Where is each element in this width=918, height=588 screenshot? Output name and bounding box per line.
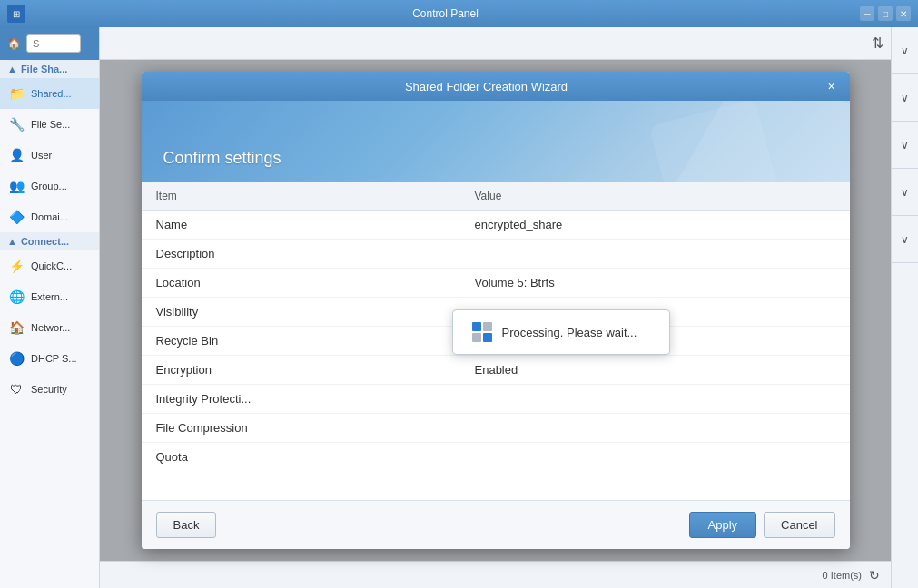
toolbar: ⇅ <box>100 27 891 60</box>
sidebar-item-dhcp[interactable]: 🔵 DHCP S... <box>0 343 99 374</box>
table-cell-item: Location <box>142 269 460 298</box>
external-icon: 🌐 <box>7 288 25 306</box>
expand-item-3[interactable]: ∨ <box>892 122 918 169</box>
column-header-item: Item <box>142 182 460 211</box>
sidebar-item-user[interactable]: 👤 User <box>0 140 99 171</box>
sidebar-item-label: Extern... <box>31 291 68 302</box>
collapse-icon: ▲ <box>7 64 17 74</box>
apply-button[interactable]: Apply <box>689 512 757 538</box>
modal-body: Item Value Nameencrypted_shareDescriptio… <box>142 182 850 500</box>
sidebar-item-label: Shared... <box>31 88 72 99</box>
processing-text: Processing. Please wait... <box>502 326 637 339</box>
content-area: Shared Folder Creation Wizard × Confirm … <box>100 60 891 561</box>
home-icon[interactable]: 🏠 <box>7 37 21 50</box>
titlebar: ⊞ Control Panel ─ □ ✕ <box>0 0 918 27</box>
sidebar-item-quickconnect[interactable]: ⚡ QuickC... <box>0 250 99 281</box>
search-input[interactable] <box>26 34 81 53</box>
table-cell-value: Enabled <box>460 356 850 385</box>
table-cell-value <box>460 414 850 443</box>
table-cell-item: Description <box>142 240 460 269</box>
minimize-button[interactable]: ─ <box>860 6 874 21</box>
sort-button[interactable]: ⇅ <box>872 34 883 52</box>
cancel-button[interactable]: Cancel <box>764 512 834 538</box>
sidebar-item-label: Security <box>31 384 67 395</box>
sidebar: 🏠 ▲ File Sha... 📁 Shared... 🔧 File Se...… <box>0 27 100 588</box>
expand-item-1[interactable]: ∨ <box>892 27 918 74</box>
sidebar-item-label: File Se... <box>31 119 70 130</box>
sidebar-section-connectivity[interactable]: ▲ Connect... <box>0 232 99 250</box>
modal-close-button[interactable]: × <box>823 77 841 95</box>
spinner-cell-4 <box>483 333 492 342</box>
table-cell-value <box>460 443 850 472</box>
table-cell-item: Quota <box>142 443 460 472</box>
expand-item-2[interactable]: ∨ <box>892 74 918 122</box>
table-row: EncryptionEnabled <box>142 356 850 385</box>
table-row: File Compression <box>142 414 850 443</box>
quickconnect-icon: ⚡ <box>7 257 25 275</box>
back-button[interactable]: Back <box>156 512 217 538</box>
sidebar-item-external[interactable]: 🌐 Extern... <box>0 281 99 312</box>
table-row: Quota <box>142 443 850 472</box>
sidebar-item-label: User <box>31 150 52 161</box>
column-header-value: Value <box>460 182 850 211</box>
sidebar-item-label: Networ... <box>31 322 70 333</box>
sidebar-header: 🏠 <box>0 27 99 60</box>
modal-titlebar: Shared Folder Creation Wizard × <box>142 72 850 101</box>
maximize-button[interactable]: □ <box>878 6 893 21</box>
sidebar-item-label: Group... <box>31 181 67 191</box>
sidebar-item-shared-folders[interactable]: 📁 Shared... <box>0 78 99 109</box>
sidebar-section-file-sharing[interactable]: ▲ File Sha... <box>0 60 99 78</box>
main-area: 🏠 ▲ File Sha... 📁 Shared... 🔧 File Se...… <box>0 27 918 588</box>
table-cell-value <box>460 385 850 414</box>
dhcp-icon: 🔵 <box>7 349 25 368</box>
table-cell-value <box>460 240 850 269</box>
spinner-cell-2 <box>483 322 492 331</box>
titlebar-title: Control Panel <box>31 7 860 20</box>
group-icon: 👥 <box>7 177 25 195</box>
sidebar-item-group[interactable]: 👥 Group... <box>0 171 99 201</box>
sidebar-item-domain[interactable]: 🔷 Domai... <box>0 201 99 232</box>
table-cell-value: encrypted_share <box>460 211 850 240</box>
window-controls: ─ □ ✕ <box>860 6 911 21</box>
table-row: Nameencrypted_share <box>142 211 850 240</box>
table-cell-item: Visibility <box>142 298 460 327</box>
table-cell-value: Volume 5: Btrfs <box>460 269 850 298</box>
spinner-cell-1 <box>472 322 481 331</box>
table-cell-item: File Compression <box>142 414 460 443</box>
table-cell-item: Name <box>142 211 460 240</box>
modal-banner: Confirm settings <box>142 101 850 182</box>
footer-left: Back <box>156 512 217 538</box>
section-label: File Sha... <box>21 64 67 74</box>
table-cell-item: Recycle Bin <box>142 327 460 356</box>
sidebar-item-security[interactable]: 🛡 Security <box>0 374 99 405</box>
refresh-button[interactable]: ↻ <box>869 568 880 583</box>
close-button[interactable]: ✕ <box>896 6 911 21</box>
table-cell-item: Integrity Protecti... <box>142 385 460 414</box>
sidebar-item-network[interactable]: 🏠 Networ... <box>0 312 99 343</box>
footer-right: Apply Cancel <box>689 512 835 538</box>
expand-column: ∨ ∨ ∨ ∨ ∨ <box>891 27 918 588</box>
processing-icon <box>471 321 493 343</box>
modal-overlay: Shared Folder Creation Wizard × Confirm … <box>100 60 891 561</box>
spinner-grid <box>472 322 492 342</box>
domain-icon: 🔷 <box>7 208 25 226</box>
banner-title: Confirm settings <box>163 149 281 168</box>
shared-folders-icon: 📁 <box>7 84 25 103</box>
section-label: Connect... <box>21 236 69 247</box>
statusbar: 0 Item(s) ↻ <box>100 561 891 588</box>
expand-item-5[interactable]: ∨ <box>892 216 918 263</box>
user-icon: 👤 <box>7 146 25 164</box>
control-panel: ⊞ Control Panel ─ □ ✕ 🏠 ▲ File Sha... 📁 … <box>0 0 918 588</box>
file-services-icon: 🔧 <box>7 115 25 133</box>
network-icon: 🏠 <box>7 318 25 337</box>
spinner-cell-3 <box>472 333 481 342</box>
sidebar-item-file-services[interactable]: 🔧 File Se... <box>0 109 99 140</box>
sidebar-item-label: Domai... <box>31 211 68 222</box>
processing-popup: Processing. Please wait... <box>452 309 670 355</box>
table-row: Description <box>142 240 850 269</box>
expand-item-4[interactable]: ∨ <box>892 169 918 216</box>
table-row: LocationVolume 5: Btrfs <box>142 269 850 298</box>
table-row: Integrity Protecti... <box>142 385 850 414</box>
item-count: 0 Item(s) <box>823 570 862 581</box>
modal-footer: Back Apply Cancel <box>142 500 850 549</box>
